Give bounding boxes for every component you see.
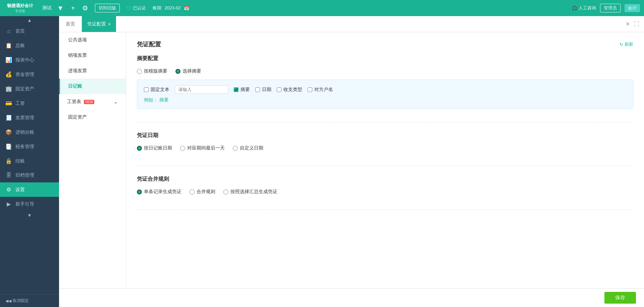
report-icon: 📊 (5, 57, 12, 63)
sidebar-item-payroll[interactable]: 💳 工资 (0, 96, 59, 111)
left-nav-public[interactable]: 公共选项 (59, 32, 126, 48)
cb-summary-label[interactable]: 摘要 (234, 87, 250, 93)
sidebar-item-assets[interactable]: 🏢 固定资产 (0, 82, 59, 96)
close-icon[interactable]: ✕ (625, 20, 631, 28)
cb-counterparty[interactable] (308, 87, 312, 92)
radio-template-input[interactable] (137, 69, 142, 74)
calendar-icon[interactable]: 📅 (184, 5, 189, 10)
cb-fixed-text[interactable] (144, 87, 149, 92)
left-nav-fixed-assets[interactable]: 固定资产 (59, 109, 126, 125)
tab-voucher-config[interactable]: 凭证配置 × (82, 16, 116, 32)
cb-income-type[interactable] (277, 87, 281, 92)
left-nav-fixed-assets-label: 固定资产 (68, 114, 87, 120)
sidebar-item-label-finance: 资金管理 (15, 72, 34, 78)
radio-period-last-input[interactable] (180, 146, 185, 151)
switch-old-btn[interactable]: 切到旧版 (95, 4, 120, 12)
radio-single-record-input[interactable] (137, 189, 142, 194)
top-bar-right: 🎧 人工咨询 管理员 会计 (572, 4, 640, 12)
radio-template-summary[interactable]: 按模版摘要 (137, 68, 167, 74)
sidebar-item-label-closing: 结账 (15, 158, 25, 164)
top-bar: 畅捷通好会计 专业版 测试 ▼ + ⚙ 切到旧版 🛡 已认证 账期 2023-0… (0, 0, 644, 16)
expand-icon[interactable]: ⛶ (633, 20, 640, 28)
fixed-text-input[interactable] (175, 85, 228, 94)
left-nav-sales-label: 销项发票 (68, 52, 87, 58)
radio-select-summary[interactable]: 选择摘要 (175, 68, 201, 74)
service-btn[interactable]: 🎧 人工咨询 (572, 5, 596, 11)
sidebar-item-label-invoice: 发票管理 (15, 115, 34, 121)
new-badge: NEW (84, 100, 94, 104)
example-value: 摘要 (159, 97, 169, 102)
radio-select-summary-merge-input[interactable] (223, 189, 228, 194)
sidebar-item-guide[interactable]: ▶ 新手引导 (0, 197, 59, 211)
arrow-left-icon: ◀◀ (5, 299, 11, 303)
radio-period-last[interactable]: 对应期间最后一天 (180, 145, 225, 151)
radio-merge-rule-input[interactable] (190, 189, 195, 194)
sidebar-item-label-assets: 固定资产 (15, 86, 34, 92)
cb-income-type-label[interactable]: 收支类型 (277, 87, 302, 93)
radio-custom-date[interactable]: 自定义日期 (233, 145, 263, 151)
tab-bar: 首页 凭证配置 × ✕ ⛶ (59, 16, 644, 32)
sidebar-scroll: ▲ ⌂ 首页 📋 总账 📊 报表中心 💰 资金管理 (0, 16, 59, 294)
sidebar-item-finance[interactable]: 💰 资金管理 (0, 67, 59, 82)
ledger-icon: 📋 (5, 42, 12, 49)
sidebar-item-settings[interactable]: ⚙ 设置 (0, 182, 59, 197)
sidebar-item-label-home: 首页 (15, 28, 25, 34)
sidebar-item-tax[interactable]: 📑 税务管理 (0, 139, 59, 154)
radio-journal-date[interactable]: 按日记账日期 (137, 145, 172, 151)
left-nav-payroll-table-label: 工资表 NEW (67, 99, 94, 105)
sidebar-item-closing[interactable]: 🔒 结账 (0, 154, 59, 168)
radio-select-input[interactable] (175, 69, 180, 74)
cb-counterparty-label[interactable]: 对方户名 (308, 87, 333, 93)
sidebar-item-archive[interactable]: 🗄 归档管理 (0, 168, 59, 182)
refresh-label: 刷新 (625, 41, 633, 47)
cb-summary[interactable] (234, 87, 238, 92)
dropdown-btn[interactable]: ▼ (55, 4, 66, 12)
tab-home[interactable]: 首页 (59, 16, 82, 32)
sidebar-item-ledger[interactable]: 📋 总账 (0, 38, 59, 53)
radio-period-last-label: 对应期间最后一天 (187, 145, 225, 151)
radio-select-summary-label: 按照选择汇总生成凭证 (230, 189, 277, 195)
radio-custom-date-input[interactable] (233, 146, 238, 151)
sidebar-item-label-report: 报表中心 (15, 57, 34, 63)
sidebar-item-report[interactable]: 📊 报表中心 (0, 53, 59, 67)
sidebar: ▲ ⌂ 首页 📋 总账 📊 报表中心 💰 资金管理 (0, 16, 59, 307)
sidebar-item-home[interactable]: ⌂ 首页 (0, 24, 59, 38)
merge-rule-radio-group: 单条记录生成凭证 合并规则 按照选择汇总生成凭证 (137, 189, 633, 195)
cb-fixed-text-label[interactable]: 固定文本 (144, 87, 169, 93)
content-area: 首页 凭证配置 × ✕ ⛶ 公共选项 (59, 16, 644, 307)
radio-merge-rule[interactable]: 合并规则 (190, 189, 215, 195)
refresh-btn[interactable]: ↻ 刷新 (620, 41, 633, 47)
merge-rule-title: 凭证合并规则 (137, 176, 633, 183)
scroll-down-btn[interactable]: ▼ (0, 211, 59, 219)
tax-icon: 📑 (5, 143, 12, 150)
logo-text: 畅捷通好会计 (7, 3, 33, 9)
left-nav-journal[interactable]: 日记账 (59, 79, 126, 94)
save-btn[interactable]: 保存 (604, 292, 636, 304)
cb-date-label[interactable]: 日期 (255, 87, 271, 93)
tab-close-btn[interactable]: × (108, 21, 111, 27)
radio-template-label: 按模版摘要 (144, 68, 167, 74)
left-nav-payroll-table[interactable]: 工资表 NEW ⌄ (59, 94, 126, 109)
headset-icon: 🎧 (572, 6, 577, 11)
radio-journal-date-input[interactable] (137, 146, 142, 151)
accountant-btn[interactable]: 会计 (625, 4, 640, 12)
sidebar-item-invoice[interactable]: 🧾 发票管理 (0, 111, 59, 125)
sidebar-item-label-settings: 设置 (15, 187, 25, 193)
add-btn[interactable]: + (69, 4, 77, 12)
sidebar-item-label-ledger: 总账 (15, 43, 25, 49)
cb-date[interactable] (255, 87, 260, 92)
page-inner: 公共选项 销项发票 进项发票 日记账 工资表 (59, 32, 644, 288)
radio-single-record[interactable]: 单条记录生成凭证 (137, 189, 181, 195)
left-nav-purchase-invoice[interactable]: 进项发票 (59, 63, 126, 79)
summary-config-box: 固定文本 摘要 日期 (137, 80, 633, 109)
sidebar-item-label-purchase: 进销台账 (15, 129, 34, 135)
settings-top-btn[interactable]: ⚙ (80, 4, 90, 12)
logo-sub: 专业版 (15, 9, 25, 13)
scroll-up-btn[interactable]: ▲ (0, 16, 59, 24)
example-prefix: 例如： (144, 97, 158, 102)
sidebar-item-purchase[interactable]: 📦 进销台账 (0, 125, 59, 139)
admin-btn[interactable]: 管理员 (600, 4, 621, 12)
radio-select-summary-merge[interactable]: 按照选择汇总生成凭证 (223, 189, 277, 195)
left-nav-sales[interactable]: 销项发票 (59, 48, 126, 63)
cancel-fixed-btn[interactable]: ◀◀ 取消固定 (5, 298, 54, 304)
